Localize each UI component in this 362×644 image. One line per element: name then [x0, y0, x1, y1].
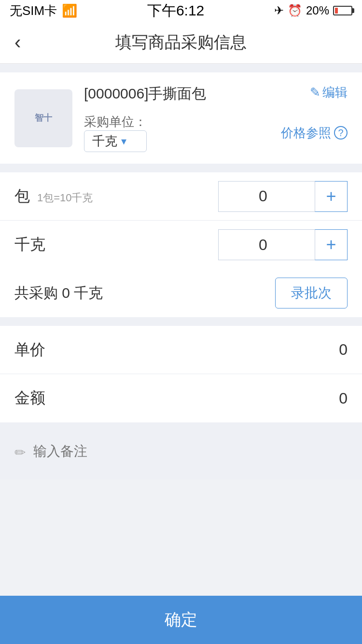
- nav-bar: ‹ 填写商品采购信息: [0, 21, 362, 64]
- location-icon: ✈: [274, 4, 284, 17]
- section-divider-4: [0, 422, 362, 431]
- summary-row: 共采购 0 千克 录批次: [0, 269, 362, 317]
- back-button[interactable]: ‹: [14, 31, 21, 53]
- status-right: ✈ ⏰ 20%: [274, 4, 352, 17]
- kg-label: 千克: [14, 234, 72, 255]
- quantity-section: 包 1包=10千克 + 千克 +: [0, 172, 362, 269]
- bao-plus-button[interactable]: +: [315, 181, 348, 212]
- price-section: 单价 0 金额 0: [0, 326, 362, 422]
- unit-select[interactable]: 千克 ▾: [84, 130, 147, 152]
- battery-cap: [352, 8, 354, 13]
- status-time: 下午6:12: [147, 1, 204, 21]
- section-divider-3: [0, 317, 362, 326]
- page-title: 填写商品采购信息: [115, 31, 247, 54]
- unit-price-value: 0: [339, 341, 348, 359]
- battery-icon: [333, 6, 352, 15]
- product-info: [0000006]手撕面包 ✎ 编辑 采购单位： 千克 ▾ 价格参照 ?: [84, 84, 348, 152]
- pencil-icon: ✏: [14, 445, 26, 461]
- amount-value: 0: [339, 390, 348, 407]
- amount-row: 金额 0: [0, 374, 362, 422]
- bao-quantity-input[interactable]: [218, 181, 315, 212]
- confirm-bar[interactable]: 确定: [0, 596, 362, 644]
- product-logo: 智十: [35, 113, 52, 124]
- dropdown-arrow-icon: ▾: [121, 135, 126, 148]
- battery-fill: [335, 8, 338, 14]
- unit-price-label: 单价: [14, 339, 45, 361]
- bao-controls: +: [218, 181, 348, 212]
- product-card: 智十 [0000006]手撕面包 ✎ 编辑 采购单位： 千克 ▾: [0, 72, 362, 164]
- info-icon: ?: [334, 126, 348, 140]
- kg-quantity-input[interactable]: [218, 229, 315, 260]
- batch-button[interactable]: 录批次: [275, 278, 348, 308]
- unit-price-row: 单价 0: [0, 326, 362, 374]
- edit-icon: ✎: [310, 85, 320, 100]
- unit-row: 采购单位： 千克 ▾ 价格参照 ?: [84, 113, 348, 152]
- product-name: [0000006]手撕面包: [84, 84, 206, 104]
- product-header: [0000006]手撕面包 ✎ 编辑: [84, 84, 348, 104]
- product-thumbnail: 智十: [14, 89, 72, 147]
- alarm-icon: ⏰: [288, 4, 302, 17]
- summary-text: 共采购 0 千克: [14, 283, 103, 303]
- confirm-button-label: 确定: [165, 609, 197, 631]
- remark-area: ✏: [0, 431, 362, 479]
- status-bar: 无SIM卡 📶 下午6:12 ✈ ⏰ 20%: [0, 0, 362, 21]
- section-divider: [0, 64, 362, 72]
- price-ref-button[interactable]: 价格参照 ?: [281, 125, 348, 141]
- kg-plus-button[interactable]: +: [315, 229, 348, 260]
- unit-label: 采购单位： 千克 ▾: [84, 113, 147, 152]
- amount-label: 金额: [14, 388, 45, 409]
- carrier-text: 无SIM卡: [10, 2, 57, 19]
- remark-input[interactable]: [33, 444, 348, 459]
- battery-percent: 20%: [306, 4, 329, 17]
- section-divider-2: [0, 164, 362, 172]
- bao-sublabel: 1包=10千克: [37, 192, 93, 204]
- edit-button[interactable]: ✎ 编辑: [310, 84, 348, 101]
- kg-input-row: 千克 +: [0, 221, 362, 269]
- wifi-icon: 📶: [62, 3, 77, 18]
- status-left: 无SIM卡 📶: [10, 2, 77, 19]
- kg-controls: +: [218, 229, 348, 260]
- bao-label: 包 1包=10千克: [14, 186, 93, 207]
- bao-input-row: 包 1包=10千克 +: [0, 172, 362, 221]
- main-content: 智十 [0000006]手撕面包 ✎ 编辑 采购单位： 千克 ▾: [0, 72, 362, 532]
